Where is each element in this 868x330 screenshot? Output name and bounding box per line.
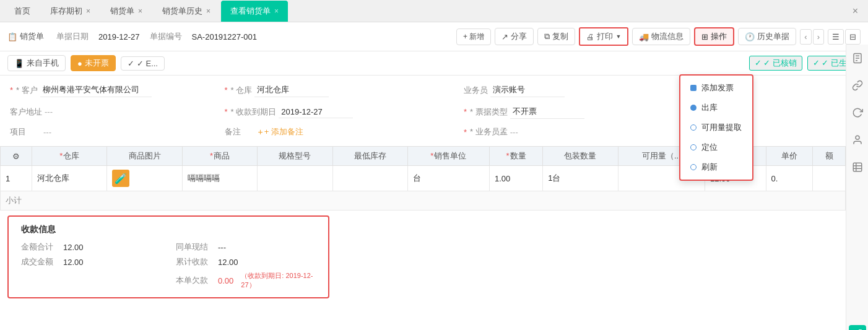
col-quantity: *数量 (489, 147, 542, 166)
cancel-status-button[interactable]: ✓ ✓ 已核销 (749, 56, 802, 71)
tab-view-sales[interactable]: 查看销货单 × (221, 1, 288, 22)
logistics-button[interactable]: 🚚 物流信息 (632, 28, 690, 45)
share-label: 分享 (511, 31, 527, 42)
tab-sales-order-close[interactable]: × (138, 7, 142, 15)
due-date-label: * 收款到期日 (231, 106, 277, 118)
collection-grid: 金额合计 12.00 同单现结 --- 成交金额 12.00 累计收款 12.0… (21, 241, 316, 290)
history-icon: 🕐 (745, 32, 755, 41)
subtotal-row: 小计 (1, 191, 846, 211)
status-icon: ● (77, 59, 82, 68)
add-invoice-item[interactable]: 添加发票 (680, 78, 752, 98)
due-date-value[interactable]: 2019-12-27 (279, 106, 353, 118)
add-note-text: + 添加备注 (264, 126, 303, 137)
tab-view-sales-close[interactable]: × (274, 7, 279, 15)
warehouse-value[interactable]: 河北仓库 (254, 83, 329, 97)
row-sales-unit: 台 (407, 166, 489, 191)
warehouse-label: * 仓库 (231, 85, 253, 96)
sidebar-user-icon[interactable] (849, 131, 866, 149)
date-value: 2019-12-27 (98, 32, 140, 41)
status-label: 未开票 (85, 58, 109, 69)
row-pack-qty: 1台 (543, 166, 618, 191)
col-min-stock: 最低库存 (332, 147, 407, 166)
add-invoice-icon (690, 85, 697, 91)
phone-label: 来自手机 (27, 58, 59, 69)
tab-sales-history-close[interactable]: × (206, 7, 210, 15)
second-toolbar: 📱 来自手机 ● 未开票 ✓ ✓ E... ✓ ✓ 已核销 ✓ ✓ 已生效 (0, 51, 868, 76)
sidebar-link-icon[interactable] (849, 77, 866, 94)
prev-button[interactable]: ‹ (800, 29, 811, 45)
col-product: *商品 (182, 147, 257, 166)
available-qty-icon (690, 124, 697, 131)
tab-sales-history[interactable]: 销货单历史 × (153, 1, 220, 22)
amount-row: 金额合计 12.00 (21, 241, 161, 253)
current-debt-row: 本单欠款 0.00 （收款到期日: 2019-12-27） (176, 271, 316, 290)
print-button[interactable]: 🖨 打印 ▼ (579, 27, 628, 46)
sidebar-refresh-icon[interactable] (849, 104, 866, 121)
col-settings[interactable]: ⚙ (1, 147, 32, 166)
note-field: 备注 + + 添加备注 (225, 126, 435, 137)
phone-icon: 📱 (14, 59, 24, 68)
operation-button[interactable]: ⊞ 操作 (694, 27, 734, 46)
spacer (21, 271, 161, 290)
next-button[interactable]: › (813, 29, 824, 45)
address-value[interactable]: --- (45, 107, 156, 116)
main-area: 📋 销货单 单据日期 2019-12-27 单据编号 SA-20191227-0… (0, 22, 868, 330)
customer-label: * 客户 (16, 85, 38, 96)
operation-icon: ⊞ (701, 32, 708, 41)
current-debt-label: 本单欠款 (176, 275, 213, 286)
due-date-note: （收款到期日: 2019-12-27） (241, 271, 316, 290)
right-sidebar (846, 45, 868, 330)
share-button[interactable]: ↗ 分享 (495, 28, 534, 45)
available-qty-item[interactable]: 可用量提取 (680, 118, 752, 137)
project-value[interactable]: --- (43, 128, 155, 137)
col-warehouse: *仓库 (32, 147, 107, 166)
action-dropdown: 添加发票 出库 可用量提取 定位 刷新 (679, 74, 753, 181)
phone-button[interactable]: 📱 来自手机 (7, 55, 66, 71)
collection-box: 收款信息 金额合计 12.00 同单现结 --- 成交金额 12.00 累计收款… (7, 215, 329, 298)
new-button[interactable]: + 新增 (456, 28, 491, 45)
confirm-button[interactable]: ✓ ✓ E... (121, 56, 165, 71)
logistics-label: 物流信息 (651, 31, 684, 42)
current-debt-value: 0.00 (218, 276, 233, 285)
grid-view-button[interactable]: ⊟ (845, 29, 861, 45)
cumulative-label: 累计收款 (176, 256, 213, 267)
row-product: 嗝嗝嗝嗝 (182, 166, 257, 191)
tab-inventory-init[interactable]: 库存期初 × (41, 1, 100, 22)
project-field: 项目 --- (10, 126, 220, 137)
tab-home[interactable]: 首页 (5, 1, 40, 22)
ticket-type-value[interactable]: 不开票 (510, 105, 584, 119)
project-label: 项目 (10, 126, 41, 137)
history-button[interactable]: 🕐 历史单据 (738, 28, 796, 45)
col-price: 单价 (766, 147, 813, 166)
history-label: 历史单据 (757, 31, 789, 42)
product-img-icon: 🧪 (115, 173, 127, 185)
sales-value[interactable]: --- (510, 128, 518, 137)
window-close-button[interactable]: × (848, 6, 863, 17)
locate-item[interactable]: 定位 (680, 137, 752, 157)
outbound-item[interactable]: 出库 (680, 98, 752, 118)
list-view-button[interactable]: ☰ (828, 29, 844, 45)
cancel-check-icon: ✓ (755, 58, 764, 67)
deal-amount-label: 成交金额 (21, 256, 58, 267)
col-product-img: 商品图片 (107, 147, 182, 166)
svg-point-4 (856, 136, 859, 139)
copy-button[interactable]: ⧉ 复制 (537, 28, 575, 45)
available-qty-label: 可用量提取 (701, 122, 742, 133)
sales-field: * * 业务员孟 --- (439, 126, 858, 137)
staff-value[interactable]: 演示账号 (490, 83, 565, 97)
customer-value[interactable]: 柳州粤港平安气体有限公司 (40, 83, 152, 97)
doc-title: 📋 销货单 (7, 31, 44, 42)
status-button[interactable]: ● 未开票 (71, 55, 116, 71)
tab-sales-order[interactable]: 销货单 × (101, 1, 152, 22)
refresh-item[interactable]: 刷新 (680, 157, 752, 177)
tab-inventory-init-close[interactable]: × (86, 7, 90, 15)
product-image: 🧪 (112, 170, 129, 187)
sidebar-expand-icon[interactable] (849, 325, 866, 330)
warehouse-field: * * 仓库 河北仓库 (225, 83, 435, 97)
tab-bar: 首页 库存期初 × 销货单 × 销货单历史 × 查看销货单 × × (0, 0, 868, 22)
sidebar-document-icon[interactable] (849, 50, 866, 67)
ticket-type-field: * * 票据类型 不开票 (439, 105, 858, 119)
sidebar-table-icon[interactable] (849, 158, 866, 176)
add-note-button[interactable]: + + 添加备注 (258, 126, 303, 137)
staff-field: 业务员 演示账号 (439, 83, 858, 97)
